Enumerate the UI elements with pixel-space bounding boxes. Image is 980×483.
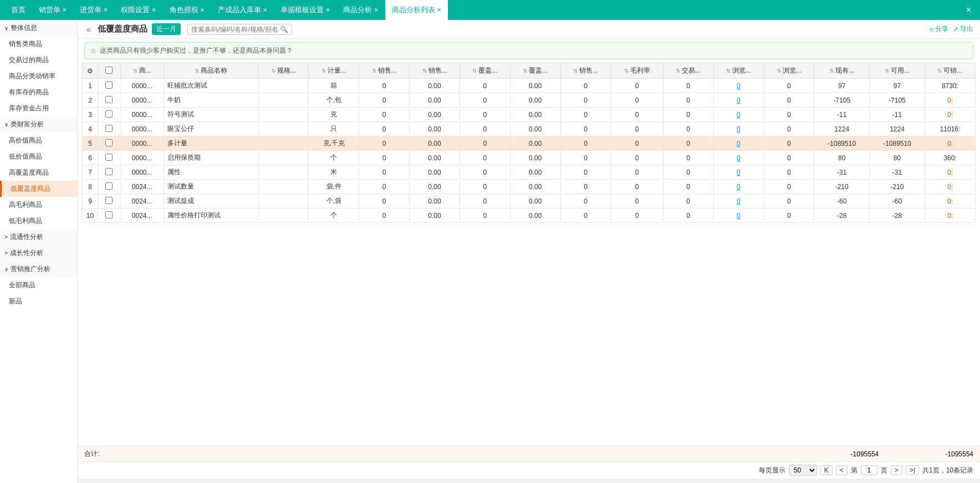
nav-sales-order[interactable]: 销货单 × (32, 0, 73, 20)
row-browse1[interactable]: 0 (713, 136, 764, 151)
browse1-link[interactable]: 0 (737, 169, 741, 176)
nav-role-auth[interactable]: 角色授权 × (163, 0, 211, 20)
col-checkbox-header[interactable] (98, 63, 121, 79)
sidebar-section-overall[interactable]: ∨ 整体信息 (0, 20, 77, 36)
row-select-checkbox[interactable] (105, 139, 113, 146)
sidebar-item-high-coverage[interactable]: 高覆盖度商品 (0, 165, 77, 181)
sidebar-item-low-value[interactable]: 低价值商品 (0, 149, 77, 165)
browse1-link[interactable]: 0 (737, 140, 741, 148)
row-checkbox[interactable] (98, 79, 121, 93)
sidebar-item-low-coverage[interactable]: 低覆盖度商品 (0, 181, 77, 197)
browse1-link[interactable]: 0 (737, 125, 741, 133)
nav-product-analysis-list[interactable]: 商品分析列表 × (385, 0, 448, 20)
row-select-checkbox[interactable] (105, 197, 113, 204)
search-input[interactable] (191, 26, 280, 33)
row-browse1[interactable]: 0 (713, 93, 764, 108)
row-select-checkbox[interactable] (105, 110, 113, 118)
browse1-link[interactable]: 0 (737, 212, 741, 220)
nav-product-analysis[interactable]: 商品分析 × (336, 0, 385, 20)
sidebar-item-sales-products[interactable]: 销售类商品 (0, 36, 77, 52)
row-browse1[interactable]: 0 (713, 108, 764, 122)
sidebar-item-high-value[interactable]: 高价值商品 (0, 133, 77, 149)
sidebar-item-stock-fund[interactable]: 库存资金占用 (0, 100, 77, 116)
row-checkbox[interactable] (98, 108, 121, 122)
row-checkbox[interactable] (98, 165, 121, 180)
sort-icon-13: ⇅ (777, 68, 781, 74)
nav-template-setting[interactable]: 单据模板设置 × (274, 0, 336, 20)
col-transaction-header[interactable]: ⇅交易... (663, 63, 713, 79)
row-select-checkbox[interactable] (105, 125, 113, 132)
col-coverage1-header[interactable]: ⇅覆盖... (460, 63, 510, 79)
horizontal-scrollbar[interactable] (78, 479, 980, 483)
nav-home[interactable]: 首页 (4, 0, 32, 20)
col-sales-qty-header[interactable]: ⇅销售... (359, 63, 410, 79)
col-sales-amt-header[interactable]: ⇅销售... (410, 63, 460, 79)
col-settings[interactable]: ⚙ (83, 63, 98, 79)
row-select-checkbox[interactable] (105, 182, 113, 190)
browse1-link[interactable]: 0 (737, 111, 741, 119)
row-select-checkbox[interactable] (105, 168, 113, 175)
row-checkbox[interactable] (98, 122, 121, 136)
prev-page-button[interactable]: < (836, 465, 848, 475)
time-filter-button[interactable]: 近一月 (152, 23, 181, 35)
row-browse1[interactable]: 0 (713, 180, 764, 194)
col-browse1-header[interactable]: ⇅浏览... (713, 63, 764, 79)
row-select-checkbox[interactable] (105, 96, 113, 103)
row-browse1[interactable]: 0 (713, 151, 764, 165)
row-checkbox[interactable] (98, 93, 121, 108)
row-checkbox[interactable] (98, 194, 121, 209)
row-browse1[interactable]: 0 (713, 122, 764, 136)
browse1-link[interactable]: 0 (737, 82, 741, 90)
col-browse2-header[interactable]: ⇅浏览... (764, 63, 814, 79)
next-page-button[interactable]: > (891, 465, 902, 475)
sidebar-item-traded-products[interactable]: 交易过的商品 (0, 52, 77, 68)
row-browse1[interactable]: 0 (713, 79, 764, 93)
sidebar-section-wealth[interactable]: ∨ 类财富分析 (0, 116, 77, 133)
col-spec-header[interactable]: ⇅规格... (258, 63, 309, 79)
browse1-link[interactable]: 0 (737, 96, 741, 104)
browse1-link[interactable]: 0 (737, 154, 741, 162)
col-unit-header[interactable]: ⇅计量... (309, 63, 359, 79)
row-select-checkbox[interactable] (105, 82, 113, 89)
row-checkbox[interactable] (98, 209, 121, 223)
nav-permission-setting[interactable]: 权限设置 × (114, 0, 162, 20)
browse1-link[interactable]: 0 (737, 197, 741, 205)
sidebar-item-all-products[interactable]: 全部商品 (0, 277, 77, 293)
sidebar-item-category-rate[interactable]: 商品分类动销率 (0, 68, 77, 84)
sidebar-item-high-margin[interactable]: 高毛利商品 (0, 197, 77, 213)
row-checkbox[interactable] (98, 180, 121, 194)
sidebar-item-new-products[interactable]: 新品 (0, 293, 77, 309)
share-button[interactable]: ⎋ 分享 (930, 24, 948, 34)
window-close-button[interactable]: × (962, 5, 976, 15)
export-button[interactable]: ↗ 导出 (953, 24, 973, 34)
col-sales-stat-header[interactable]: ⇅销售... (560, 63, 611, 79)
row-checkbox[interactable] (98, 136, 121, 151)
nav-product-inbound[interactable]: 产成品入库单 × (211, 0, 274, 20)
browse1-link[interactable]: 0 (737, 183, 741, 191)
row-select-checkbox[interactable] (105, 211, 113, 218)
row-browse1[interactable]: 0 (713, 194, 764, 209)
last-page-button[interactable]: >| (906, 465, 919, 475)
sidebar-section-liquidity[interactable]: > 流通性分析 (0, 229, 77, 245)
col-code-header[interactable]: ⇅商... (120, 63, 164, 79)
col-name-header[interactable]: ⇅商品名称 (164, 63, 258, 79)
col-available-header[interactable]: ⇅可用... (870, 63, 925, 79)
first-page-button[interactable]: K (820, 465, 833, 475)
nav-purchase-order[interactable]: 进货单 × (73, 0, 114, 20)
col-gross-rate-header[interactable]: ⇅毛利率 (611, 63, 663, 79)
row-checkbox[interactable] (98, 151, 121, 165)
sidebar-section-marketing[interactable]: ∨ 营销推广分析 (0, 261, 77, 277)
col-current-stock-header[interactable]: ⇅现有... (814, 63, 870, 79)
col-coverage2-header[interactable]: ⇅覆盖... (510, 63, 560, 79)
sidebar-collapse-button[interactable]: « (84, 24, 93, 35)
row-browse1[interactable]: 0 (713, 209, 764, 223)
page-number-input[interactable] (861, 465, 877, 475)
per-page-select[interactable]: 50 10 20 100 (789, 465, 817, 476)
sidebar-item-stocked-products[interactable]: 有库存的商品 (0, 84, 77, 100)
sidebar-item-low-margin[interactable]: 低毛利商品 (0, 213, 77, 229)
row-select-checkbox[interactable] (105, 154, 113, 161)
col-saleable-header[interactable]: ⇅可销... (925, 63, 975, 79)
sidebar-section-growth[interactable]: > 成长性分析 (0, 245, 77, 261)
select-all-checkbox[interactable] (105, 67, 113, 74)
row-browse1[interactable]: 0 (713, 165, 764, 180)
